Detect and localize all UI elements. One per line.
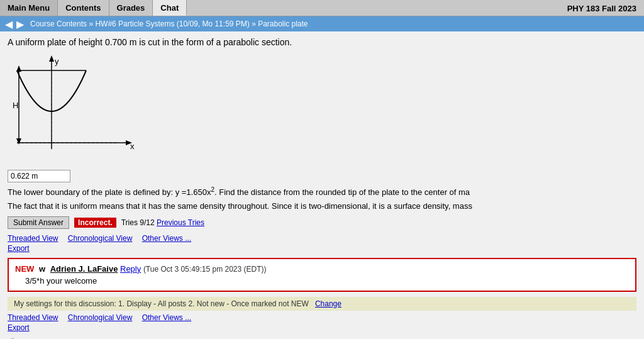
other-views-link[interactable]: Other Views ...	[142, 234, 191, 243]
discussion-views-2: Threaded View Chronological View Other V…	[8, 313, 636, 322]
settings-change-link[interactable]: Change	[315, 299, 341, 308]
forward-arrow-icon[interactable]: ▶	[16, 18, 24, 30]
post-new-badge: NEW	[15, 264, 34, 274]
settings-detail: 1. Display - All posts 2. Not new - Once…	[118, 299, 309, 308]
submit-answer-button[interactable]: Submit Answer	[8, 216, 69, 229]
previous-tries-link[interactable]: Previous Tries	[157, 218, 204, 227]
course-title: PHY 183 Fall 2023	[567, 3, 636, 13]
diagram-area: y H x	[8, 52, 636, 165]
post-reply-link[interactable]: Reply	[120, 264, 141, 274]
svg-text:x: x	[130, 142, 135, 151]
settings-text: My settings for this discussion:	[14, 299, 116, 308]
tries-text: Tries 9/12 Previous Tries	[121, 218, 204, 227]
nav-contents[interactable]: Contents	[58, 0, 109, 16]
breadcrumb: Course Contents » HW#6 Particle Systems …	[30, 19, 308, 28]
nav-chat[interactable]: Chat	[153, 0, 187, 16]
parabola-diagram: y H x	[8, 52, 146, 165]
submit-row: Submit Answer Incorrect. Tries 9/12 Prev…	[8, 216, 636, 229]
svg-marker-7	[16, 138, 21, 145]
nav-grades[interactable]: Grades	[109, 0, 153, 16]
chronological-view-link-2[interactable]: Chronological View	[68, 313, 133, 322]
post-w: w	[39, 264, 45, 274]
post-header: NEW w Adrien J. LaFaive Reply (Tue Oct 3…	[15, 264, 629, 274]
svg-text:H: H	[13, 101, 18, 110]
threaded-view-link-2[interactable]: Threaded View	[8, 313, 58, 322]
threaded-view-link[interactable]: Threaded View	[8, 234, 58, 243]
discussion-views: Threaded View Chronological View Other V…	[8, 234, 636, 243]
other-views-link-2[interactable]: Other Views ...	[142, 313, 191, 322]
uniform-text: The fact that it is uniform means that i…	[8, 201, 636, 212]
export-link-2[interactable]: Export	[8, 323, 636, 332]
post-author: Adrien J. LaFaive	[50, 264, 118, 274]
export-link[interactable]: Export	[8, 244, 636, 253]
lower-boundary-text: The lower boundary of the plate is defin…	[8, 185, 636, 199]
nav-main-menu[interactable]: Main Menu	[0, 0, 58, 16]
settings-bar: My settings for this discussion: 1. Disp…	[8, 297, 636, 311]
main-content: A uniform plate of height 0.700 m is cut…	[0, 31, 644, 339]
svg-text:y: y	[55, 57, 59, 66]
breadcrumb-bar: ◀ ▶ Course Contents » HW#6 Particle Syst…	[0, 16, 644, 31]
svg-marker-1	[49, 55, 54, 62]
back-arrow-icon[interactable]: ◀	[5, 18, 13, 30]
incorrect-badge: Incorrect.	[74, 218, 116, 228]
post-body: 3/5*h your welcome	[25, 276, 629, 286]
post-discussion-row: ◯ Post Discussion	[8, 337, 636, 339]
post-discussion-icon: ◯	[8, 337, 18, 339]
post-box: NEW w Adrien J. LaFaive Reply (Tue Oct 3…	[8, 258, 636, 292]
answer-input-row	[8, 170, 636, 182]
chronological-view-link[interactable]: Chronological View	[68, 234, 133, 243]
answer-input[interactable]	[8, 170, 70, 182]
problem-statement: A uniform plate of height 0.700 m is cut…	[8, 36, 636, 49]
post-date: (Tue Oct 3 05:49:15 pm 2023 (EDT))	[143, 265, 267, 274]
top-nav: Main Menu Contents Grades Chat PHY 183 F…	[0, 0, 644, 16]
